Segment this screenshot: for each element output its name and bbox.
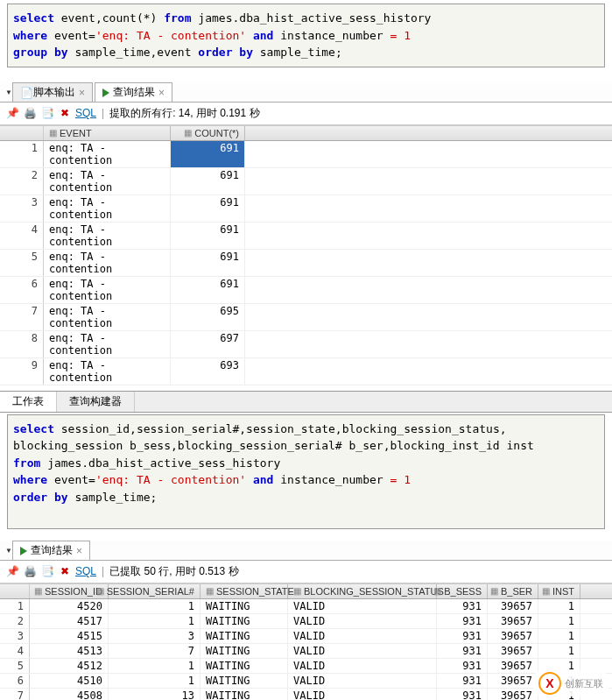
cell[interactable]: VALID — [288, 629, 437, 643]
sql-link-1[interactable]: SQL — [75, 107, 96, 119]
tab-query-result-1[interactable]: 查询结果 × — [95, 82, 172, 102]
col-header-inst[interactable]: ▦INST — [538, 584, 580, 598]
result-grid-2[interactable]: ▦SESSION_ID ▦SESSION_SERIAL# ▦SESSION_ST… — [0, 583, 612, 701]
table-row[interactable]: 2enq: TA - contention691 — [0, 168, 612, 195]
cell[interactable]: 3 — [109, 629, 200, 643]
tabs-dropdown-icon[interactable]: ▼ — [5, 88, 12, 96]
cell[interactable]: 13 — [109, 689, 200, 701]
cell[interactable]: 931 — [437, 614, 488, 628]
table-row[interactable]: 1enq: TA - contention691 — [0, 141, 612, 168]
table-row[interactable]: 145201WAITINGVALID931396571 — [0, 599, 612, 614]
row-number[interactable]: 4 — [0, 223, 44, 249]
row-number[interactable]: 8 — [0, 331, 44, 357]
cell[interactable]: VALID — [288, 659, 437, 673]
export-icon[interactable]: 📑 — [40, 106, 54, 120]
table-row[interactable]: 645101WAITINGVALID931396571 — [0, 674, 612, 689]
table-row[interactable]: 545121WAITINGVALID931396571 — [0, 659, 612, 674]
col-header-event[interactable]: ▦EVENT — [44, 126, 171, 140]
col-header-count[interactable]: ▦COUNT(*) — [171, 126, 245, 140]
export-icon[interactable]: 📑 — [40, 564, 54, 578]
cell[interactable]: 931 — [437, 689, 488, 701]
table-row[interactable]: 445137WAITINGVALID931396571 — [0, 644, 612, 659]
close-icon[interactable]: × — [158, 87, 165, 99]
cell-count[interactable]: 691 — [171, 141, 245, 167]
cell[interactable]: 1 — [538, 614, 580, 628]
table-row[interactable]: 245171WAITINGVALID931396571 — [0, 614, 612, 629]
cell[interactable]: VALID — [288, 599, 437, 613]
cell[interactable]: 4512 — [30, 659, 109, 673]
table-row[interactable]: 8enq: TA - contention697 — [0, 331, 612, 358]
cell[interactable]: 39657 — [488, 629, 538, 643]
col-header-session-serial[interactable]: ▦SESSION_SERIAL# — [109, 584, 200, 598]
tab-query-builder[interactable]: 查询构建器 — [57, 392, 135, 412]
table-row[interactable]: 3enq: TA - contention691 — [0, 195, 612, 223]
cell[interactable]: VALID — [288, 674, 437, 688]
close-icon[interactable]: × — [76, 545, 82, 557]
tab-query-result-2[interactable]: 查询结果 × — [12, 541, 90, 560]
row-number[interactable]: 2 — [0, 614, 30, 628]
col-header-b-ser[interactable]: ▦B_SER — [488, 584, 538, 598]
row-number[interactable]: 1 — [0, 599, 30, 613]
table-row[interactable]: 7450813WAITINGVALID931396571 — [0, 689, 612, 701]
cell[interactable]: 1 — [538, 644, 580, 658]
row-number[interactable]: 2 — [0, 168, 44, 194]
cell[interactable]: WAITING — [200, 689, 288, 701]
table-row[interactable]: 6enq: TA - contention691 — [0, 277, 612, 304]
cell-count[interactable]: 697 — [171, 331, 245, 357]
cell[interactable]: 39657 — [488, 599, 538, 613]
cell-count[interactable]: 691 — [171, 277, 245, 303]
cell[interactable]: 39657 — [488, 614, 538, 628]
cell-count[interactable]: 691 — [171, 195, 245, 222]
table-row[interactable]: 9enq: TA - contention693 — [0, 358, 612, 385]
cell[interactable]: VALID — [288, 644, 437, 658]
sql-editor-1[interactable]: select event,count(*) from james.dba_his… — [7, 4, 605, 67]
sql-link-2[interactable]: SQL — [75, 565, 96, 577]
cell-event[interactable]: enq: TA - contention — [44, 223, 171, 249]
table-row[interactable]: 345153WAITINGVALID931396571 — [0, 629, 612, 644]
row-number[interactable]: 7 — [0, 689, 30, 701]
pin-icon[interactable]: 📌 — [5, 564, 19, 578]
delete-icon[interactable]: ✖ — [58, 106, 72, 120]
cell[interactable]: WAITING — [200, 674, 288, 688]
cell-count[interactable]: 693 — [171, 358, 245, 385]
row-number[interactable]: 9 — [0, 358, 44, 385]
cell[interactable]: WAITING — [200, 614, 288, 628]
cell[interactable]: 39657 — [488, 674, 538, 688]
close-icon[interactable]: × — [79, 87, 85, 99]
cell-count[interactable]: 691 — [171, 223, 245, 249]
cell[interactable]: 1 — [109, 674, 200, 688]
cell[interactable]: 931 — [437, 599, 488, 613]
cell-event[interactable]: enq: TA - contention — [44, 304, 171, 330]
row-number[interactable]: 4 — [0, 644, 30, 658]
cell[interactable]: 4513 — [30, 644, 109, 658]
cell-event[interactable]: enq: TA - contention — [44, 195, 171, 222]
cell-event[interactable]: enq: TA - contention — [44, 331, 171, 357]
cell-count[interactable]: 691 — [171, 250, 245, 276]
row-number[interactable]: 1 — [0, 141, 44, 167]
cell[interactable]: 39657 — [488, 689, 538, 701]
cell-event[interactable]: enq: TA - contention — [44, 168, 171, 194]
cell-event[interactable]: enq: TA - contention — [44, 250, 171, 276]
cell[interactable]: 4510 — [30, 674, 109, 688]
cell[interactable]: 7 — [109, 644, 200, 658]
cell[interactable]: WAITING — [200, 644, 288, 658]
result-grid-1[interactable]: ▦EVENT ▦COUNT(*) 1enq: TA - contention69… — [0, 125, 612, 385]
print-icon[interactable]: 🖨️ — [23, 106, 37, 120]
cell-count[interactable]: 695 — [171, 304, 245, 330]
cell[interactable]: 39657 — [488, 644, 538, 658]
row-number[interactable]: 6 — [0, 674, 30, 688]
col-header-session-state[interactable]: ▦SESSION_STATE — [200, 584, 288, 598]
cell[interactable]: 931 — [437, 644, 488, 658]
cell[interactable]: WAITING — [200, 659, 288, 673]
cell[interactable]: 1 — [109, 614, 200, 628]
tab-script-output[interactable]: 📄 脚本输出 × — [12, 82, 93, 102]
table-row[interactable]: 7enq: TA - contention695 — [0, 304, 612, 331]
cell[interactable]: 4515 — [30, 629, 109, 643]
cell[interactable]: 1 — [538, 629, 580, 643]
row-number[interactable]: 3 — [0, 629, 30, 643]
cell[interactable]: 931 — [437, 674, 488, 688]
col-header-b-sess[interactable]: ▦B_SESS — [437, 584, 488, 598]
cell-event[interactable]: enq: TA - contention — [44, 277, 171, 303]
delete-icon[interactable]: ✖ — [58, 564, 72, 578]
table-row[interactable]: 5enq: TA - contention691 — [0, 250, 612, 277]
